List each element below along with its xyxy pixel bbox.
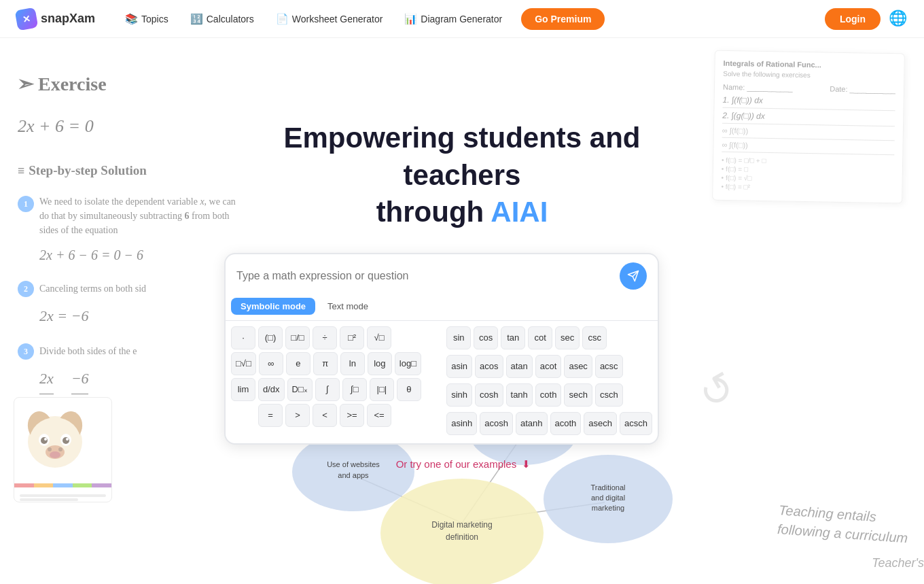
kb-sq[interactable]: □² (340, 326, 364, 349)
kb-asin[interactable]: asin (446, 355, 472, 378)
svg-text:and digital: and digital (591, 494, 625, 502)
kb-asec[interactable]: asec (564, 355, 592, 378)
kb-sinh[interactable]: sinh (446, 383, 472, 407)
hero-title-part1: Empowering students and teachers (283, 122, 640, 191)
kb-log[interactable]: log (368, 352, 392, 375)
svg-line-14 (353, 475, 462, 523)
kb-lte[interactable]: <= (367, 404, 391, 427)
kb-intn[interactable]: ∫□ (342, 378, 367, 401)
keyboard-row-2: □√□ ∞ e π ln log log□ (231, 352, 441, 375)
kb-ln[interactable]: ln (340, 352, 365, 375)
kb-cot[interactable]: cot (528, 326, 552, 349)
step-1: 1 We need to isolate the dependent varia… (18, 194, 243, 271)
nav-worksheet-label: Worksheet Generator (292, 14, 383, 24)
kb-theta[interactable]: θ (397, 378, 421, 401)
kb-cosh[interactable]: cosh (475, 383, 503, 407)
exercise-equation: 2x + 6 = 0 (18, 109, 243, 144)
svg-point-5 (60, 434, 71, 446)
kb-parens[interactable]: (□) (258, 326, 283, 349)
step-3: 3 Divide both sides of the e 2x 2 = −6 2 (18, 342, 243, 427)
kb-gte[interactable]: >= (340, 404, 364, 427)
kb-lt[interactable]: < (313, 404, 337, 427)
kb-acoth[interactable]: acoth (550, 412, 582, 435)
logo[interactable]: ✕ snapXam (16, 9, 95, 29)
svg-point-12 (48, 447, 52, 451)
kb-div[interactable]: ÷ (313, 326, 337, 349)
step-3-eq: 2x 2 = −6 2 (39, 364, 137, 424)
trig-row-4: asinh acosh atanh acoth asech acsch (446, 412, 652, 435)
step-2-text: Canceling terms on both sid (39, 279, 146, 298)
kb-lim[interactable]: lim (231, 378, 255, 401)
kb-csch[interactable]: csch (595, 383, 623, 407)
send-button[interactable] (620, 262, 647, 290)
bg-math-left: ➣ Exercise 2x + 6 = 0 ≡ Step-by-step Sol… (0, 38, 258, 584)
translate-icon[interactable]: 🌐 (889, 10, 908, 29)
kb-acosh[interactable]: acosh (480, 412, 513, 435)
kb-asinh[interactable]: asinh (446, 412, 477, 435)
svg-point-9 (66, 438, 69, 441)
kb-atan[interactable]: atan (506, 355, 533, 378)
nav-calculators-label: Calculators (207, 14, 254, 24)
kb-sech[interactable]: sech (564, 383, 592, 407)
kb-sec[interactable]: sec (555, 326, 580, 349)
kb-eq[interactable]: = (258, 404, 283, 427)
svg-point-2 (55, 409, 84, 443)
kb-gt[interactable]: > (285, 404, 310, 427)
keyboard-row-4: = > < >= <= (231, 404, 441, 427)
step-2-num: 2 (18, 281, 34, 297)
kb-sin[interactable]: sin (446, 326, 471, 349)
step-1-num: 1 (18, 196, 34, 212)
exercise-label: ➣ Exercise (18, 65, 243, 103)
nav-topics[interactable]: 📚 Topics (117, 9, 177, 29)
kb-deriv2[interactable]: D□ₓ (287, 378, 313, 401)
keyboard-row-1: · (□) □/□ ÷ □² √□ (231, 326, 441, 349)
trig-panel: sin cos tan cot sec csc asin acos atan a… (446, 326, 652, 438)
kb-acos[interactable]: acos (475, 355, 503, 378)
kb-logn[interactable]: log□ (395, 352, 421, 375)
kb-frac[interactable]: □/□ (285, 326, 310, 349)
text-mode-tab[interactable]: Text mode (318, 298, 378, 315)
kb-e[interactable]: e (286, 352, 310, 375)
examples-link[interactable]: Or try one of our examples ⬇ (224, 458, 700, 470)
kb-nthroot[interactable]: □√□ (231, 352, 256, 375)
kb-deriv[interactable]: d/dx (258, 378, 285, 401)
kb-sqrt[interactable]: √□ (367, 326, 391, 349)
kb-tanh[interactable]: tanh (506, 383, 533, 407)
navbar: ✕ snapXam 📚 Topics 🔢 Calculators 📄 Works… (0, 0, 924, 38)
worksheet-subtitle: Solve the following exercises (723, 70, 895, 80)
kb-acsch[interactable]: acsch (620, 412, 652, 435)
trig-row-1: sin cos tan cot sec csc (446, 326, 652, 349)
svg-text:Digital marketing: Digital marketing (431, 520, 492, 530)
kb-dot[interactable]: · (231, 326, 255, 349)
kb-atanh[interactable]: atanh (516, 412, 548, 435)
kb-int[interactable]: ∫ (315, 378, 340, 401)
calculators-icon: 🔢 (190, 13, 203, 25)
svg-point-8 (44, 438, 47, 441)
step-3-text: Divide both sides of the e (39, 342, 137, 361)
kb-acot[interactable]: acot (535, 355, 562, 378)
kb-tan[interactable]: tan (501, 326, 525, 349)
login-button[interactable]: Login (825, 8, 881, 30)
kb-pi[interactable]: π (313, 352, 338, 375)
search-input[interactable] (236, 270, 613, 282)
kb-csc[interactable]: csc (582, 326, 607, 349)
topics-icon: 📚 (125, 13, 138, 25)
examples-arrow: ⬇ (522, 458, 531, 470)
kb-inf[interactable]: ∞ (259, 352, 283, 375)
kb-acsc[interactable]: acsc (595, 355, 623, 378)
svg-point-0 (28, 416, 82, 468)
kb-asech[interactable]: asech (584, 412, 617, 435)
go-premium-button[interactable]: Go Premium (521, 8, 605, 30)
worksheet-preview: Integrals of Rational Func... Solve the … (712, 50, 905, 204)
logo-text: snapXam (41, 12, 95, 26)
nav-worksheet-generator[interactable]: 📄 Worksheet Generator (268, 9, 391, 29)
symbolic-mode-tab[interactable]: Symbolic mode (231, 298, 315, 315)
svg-point-3 (29, 417, 81, 466)
svg-text:marketing: marketing (592, 504, 624, 512)
hero-section: ➣ Exercise 2x + 6 = 0 ≡ Step-by-step Sol… (0, 38, 924, 584)
nav-diagram-generator[interactable]: 📊 Diagram Generator (396, 9, 510, 29)
kb-abs[interactable]: |□| (370, 378, 394, 401)
kb-coth[interactable]: coth (535, 383, 562, 407)
kb-cos[interactable]: cos (474, 326, 498, 349)
nav-calculators[interactable]: 🔢 Calculators (182, 9, 262, 29)
